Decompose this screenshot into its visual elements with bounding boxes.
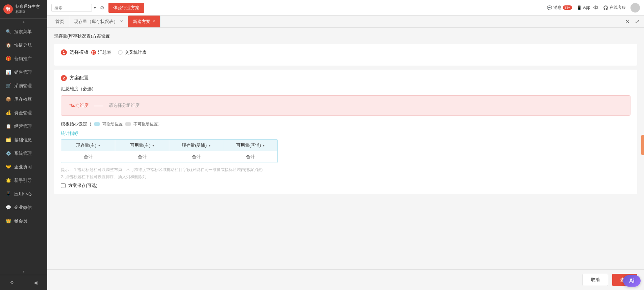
sidebar-item-enterprise-wechat[interactable]: 💬企业微信 (0, 201, 47, 214)
stats-col-dropdown-col4[interactable]: ▾ (263, 144, 265, 147)
settings-btn[interactable]: ⚙ (8, 278, 16, 287)
indicator-movable-label: 可拖动位置 (102, 121, 123, 127)
tips-area: 提示： 1.拖动标题栏可以调整布局，不可跨维度或指标区域拖动栏目字段(只能在同一… (61, 167, 630, 180)
section2-header: 2 方案配置 (61, 75, 630, 81)
radio-cross[interactable]: 交叉统计表 (118, 49, 147, 55)
customer-service-btn[interactable]: 🎧 在线客服 (603, 5, 626, 10)
sidebar-item-operations-mgmt[interactable]: 📋经营管理 (0, 120, 47, 133)
marketing-icon: 🎁 (5, 56, 11, 62)
search-input[interactable] (51, 4, 92, 12)
messages-badge: 99+ (563, 5, 572, 10)
finance-mgmt-icon: 💰 (5, 110, 11, 116)
vip-member-icon: 👑 (5, 218, 11, 224)
section2-num: 2 (61, 75, 67, 81)
cancel-button[interactable]: 取消 (583, 274, 608, 286)
sidebar-label-system-mgmt: 系统管理 (14, 150, 32, 156)
search-dropdown-btn[interactable]: ▾ (94, 5, 96, 10)
stats-col-label-col4: 可用量(基辅) (236, 142, 261, 148)
stats-header-col2[interactable]: 可用量(主)▾ (115, 140, 169, 151)
stats-table-header: 现存量(主)▾可用量(主)▾现存量(基辅)▾可用量(基辅)▾ (61, 140, 277, 151)
footer-bar: 取消 查询 (47, 269, 644, 290)
sidebar-label-app-center: 应用中心 (14, 191, 32, 197)
tab-home[interactable]: 首页 (51, 16, 69, 27)
messages-label: 消息 (553, 5, 562, 10)
sidebar-item-inventory[interactable]: 📦库存核算 (0, 93, 47, 106)
user-avatar[interactable] (630, 3, 640, 13)
logo-icon: 畅 (3, 4, 13, 14)
system-mgmt-icon: ⚙️ (5, 150, 11, 156)
sales-mgmt-icon: 📊 (5, 69, 11, 75)
sidebar-item-enterprise-collab[interactable]: 🤝企业协同 (0, 160, 47, 174)
app-download-label: App下载 (583, 5, 598, 10)
sidebar-item-quick-nav[interactable]: 🏠快捷导航 (0, 39, 47, 52)
stats-table: 现存量(主)▾可用量(主)▾现存量(基辅)▾可用量(基辅)▾ 合计合计合计合计 (61, 139, 278, 163)
sidebar-label-enterprise-wechat: 企业微信 (14, 204, 32, 211)
scroll-up-arrow[interactable]: ▲ (0, 19, 47, 25)
section1-title: 选择模板 (70, 49, 89, 55)
save-checkbox[interactable] (61, 183, 66, 188)
logo-name: 畅康通好生意 (16, 4, 40, 9)
customer-service-label: 在线客服 (610, 5, 626, 10)
enterprise-collab-icon: 🤝 (5, 164, 11, 170)
radio-summary[interactable]: 汇总表 (91, 49, 111, 55)
indicator-settings-text: 模板指标设定（ (61, 121, 92, 127)
stats-col-dropdown-col3[interactable]: ▾ (209, 144, 210, 147)
tab-inventory-status[interactable]: 现存量（库存状况表）✕ (69, 16, 128, 27)
sidebar-item-app-center[interactable]: 📱应用中心 (0, 187, 47, 201)
sidebar-item-marketing[interactable]: 🎁营销推广 (0, 52, 47, 66)
trial-btn[interactable]: 体验行业方案 (108, 3, 144, 13)
indicator-fixed-badge (125, 122, 131, 126)
tab-new-scheme[interactable]: 新建方案✕ (128, 16, 160, 27)
tab-close-new-scheme[interactable]: ✕ (152, 19, 155, 24)
indicator-settings-label: 模板指标设定（ 可拖动位置 不可拖动位置） (61, 121, 630, 127)
dimension-box[interactable]: *纵向维度 —— 请选择分组维度 (61, 95, 630, 116)
radio-cross-circle (118, 50, 123, 55)
close-tab-btn[interactable]: ✕ (624, 18, 631, 25)
stats-body-val-col1: 合计 (84, 154, 93, 160)
stats-col-dropdown-col2[interactable]: ▾ (152, 144, 154, 147)
sidebar-label-marketing: 营销推广 (14, 56, 32, 62)
stats-header-col1[interactable]: 现存量(主)▾ (61, 140, 115, 151)
stats-body-col3: 合计 (169, 151, 223, 163)
tabbar-actions: ✕ ⤢ (624, 18, 641, 25)
scroll-down-arrow[interactable]: ▼ (0, 268, 47, 275)
sidebar-item-system-mgmt[interactable]: ⚙️系统管理 (0, 147, 47, 160)
dimension-placeholder: 请选择分组维度 (109, 102, 140, 108)
sidebar-item-base-info[interactable]: 🗂️基础信息 (0, 133, 47, 147)
section2-title: 方案配置 (70, 75, 89, 81)
messages-btn[interactable]: 💬 消息 99+ (547, 5, 572, 10)
sidebar-label-finance-mgmt: 资金管理 (14, 110, 32, 116)
tab-close-inventory-status[interactable]: ✕ (120, 19, 123, 24)
topbar: ▾ ⚙ 体验行业方案 💬 消息 99+ 📱 App下载 🎧 在线客服 (47, 0, 644, 16)
collapse-btn[interactable]: ◀ (32, 278, 40, 287)
stats-header-col4[interactable]: 可用量(基辅)▾ (223, 140, 277, 151)
headphone-icon: 🎧 (603, 5, 608, 10)
stats-section: 统计指标 现存量(主)▾可用量(主)▾现存量(基辅)▾可用量(基辅)▾ 合计合计… (61, 130, 630, 163)
sidebar-label-base-info: 基础信息 (14, 137, 32, 143)
sidebar-item-search-menu[interactable]: 🔍搜索菜单 (0, 25, 47, 39)
dimension-arrow: —— (94, 103, 103, 108)
ai-fab-button[interactable]: Ai (623, 275, 641, 287)
sidebar-item-new-guide[interactable]: 🌟新手引导 (0, 174, 47, 187)
sidebar-item-purchase-mgmt[interactable]: 🛒采购管理 (0, 79, 47, 93)
right-edge-handle[interactable] (641, 135, 644, 155)
save-label: 方案保存(可选) (68, 183, 98, 189)
gear-icon[interactable]: ⚙ (99, 4, 106, 12)
stats-col-label-col1: 现存量(主) (76, 142, 97, 148)
sidebar-label-enterprise-collab: 企业协同 (14, 164, 32, 170)
sidebar-item-vip-member[interactable]: 👑畅会员 (0, 214, 47, 228)
quick-nav-icon: 🏠 (5, 42, 11, 48)
indicator-movable-badge (94, 122, 100, 126)
sidebar-item-sales-mgmt[interactable]: 📊销售管理 (0, 66, 47, 79)
app-download-btn[interactable]: 📱 App下载 (577, 5, 598, 10)
stats-body-val-col4: 合计 (246, 154, 255, 160)
stats-col-label-col3: 现存量(基辅) (182, 142, 207, 148)
expand-tab-btn[interactable]: ⤢ (634, 18, 641, 25)
operations-mgmt-icon: 📋 (5, 123, 11, 129)
stats-col-dropdown-col1[interactable]: ▾ (98, 144, 100, 147)
sidebar-label-operations-mgmt: 经营管理 (14, 123, 32, 129)
sidebar-item-finance-mgmt[interactable]: 💰资金管理 (0, 106, 47, 120)
sidebar-bottom: ⚙ ◀ (0, 275, 47, 290)
stats-label: 统计指标 (61, 130, 630, 137)
stats-header-col3[interactable]: 现存量(基辅)▾ (169, 140, 223, 151)
